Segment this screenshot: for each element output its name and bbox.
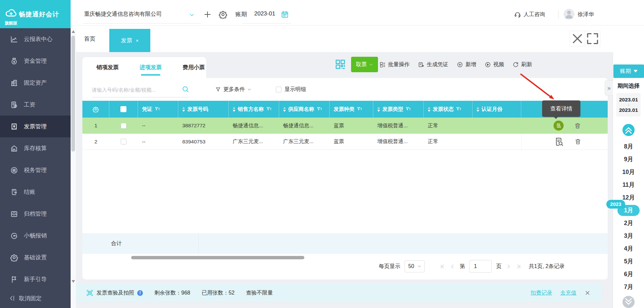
funnel-lines-icon[interactable] xyxy=(155,106,160,112)
tab-close-icon[interactable]: × xyxy=(136,38,139,43)
table-row-2[interactable]: 2--83940753广东三元麦...广东三元麦...蓝票增值税普通...正常 xyxy=(82,134,608,150)
sort-asc-icon[interactable] xyxy=(377,107,380,109)
sidebar-item-1[interactable]: 云报表中心 xyxy=(0,28,71,50)
panel-expand-handle[interactable]: » xyxy=(605,80,613,96)
month-item-8月[interactable]: 8月 xyxy=(613,140,644,153)
sort-desc-icon[interactable] xyxy=(377,110,380,112)
toolbar-action-batch[interactable]: 批量操作 xyxy=(379,61,410,68)
page-last-icon[interactable] xyxy=(516,264,522,269)
funnel-lines-icon[interactable] xyxy=(357,106,362,112)
sort-icon[interactable] xyxy=(428,107,430,112)
delete-button[interactable] xyxy=(572,121,582,131)
sidebar-item-5[interactable]: 发票管理 xyxy=(0,116,71,137)
user-name[interactable]: 徐泽华 xyxy=(578,11,594,18)
select-all-checkbox[interactable] xyxy=(120,106,126,112)
sidebar-item-8[interactable]: 结账 xyxy=(0,181,71,203)
page-number-input[interactable] xyxy=(469,260,492,273)
months-scroll-down-button[interactable] xyxy=(622,296,635,308)
toolbar-action-video[interactable]: 视频 xyxy=(485,61,504,68)
sidebar-unpin-button[interactable]: 取消固定 xyxy=(0,289,71,308)
table-header-cell-8[interactable]: 发票状态 xyxy=(424,101,472,118)
show-detail-checkbox[interactable]: 显示明细 xyxy=(276,86,306,93)
scroll-down-arrow-icon[interactable] xyxy=(72,280,75,283)
sort-asc-icon[interactable] xyxy=(182,107,185,109)
row-checkbox[interactable] xyxy=(121,123,126,129)
month-item-1月[interactable]: 1月2023 xyxy=(613,204,644,217)
funnel-lines-icon[interactable] xyxy=(266,106,272,112)
view-detail-button[interactable] xyxy=(554,121,564,131)
sidebar-item-3[interactable]: 固定资产 xyxy=(0,72,71,94)
table-header-cell-9[interactable]: 认证月份 xyxy=(472,101,521,118)
sort-icon[interactable] xyxy=(477,107,479,112)
horizontal-scrollbar[interactable] xyxy=(82,255,608,260)
page-prev-icon[interactable] xyxy=(450,264,455,269)
scrollbar-thumb[interactable] xyxy=(131,256,304,259)
invoice-tab-2[interactable]: 进项发票 xyxy=(140,57,162,78)
page-first-icon[interactable] xyxy=(440,264,445,269)
sort-asc-icon[interactable] xyxy=(477,107,479,109)
avatar[interactable] xyxy=(564,9,574,19)
toolbar-action-plus-circle[interactable]: 新增 xyxy=(457,61,476,68)
page-size-select[interactable]: 50 xyxy=(405,260,425,272)
sort-asc-icon[interactable] xyxy=(283,107,286,109)
funnel-lines-icon[interactable] xyxy=(456,106,461,112)
month-item-11月[interactable]: 11月 xyxy=(613,178,644,191)
delete-button[interactable] xyxy=(573,137,583,147)
sort-desc-icon[interactable] xyxy=(283,110,286,112)
table-row-1[interactable]: 1--38872772畅捷通信息...畅捷通信息...蓝票增值税普通...正常 xyxy=(82,118,608,134)
close-page-button[interactable] xyxy=(570,31,585,46)
more-filters-button[interactable]: 更多条件 xyxy=(215,86,252,93)
chevron-down-icon[interactable] xyxy=(189,12,195,18)
fee-record-link[interactable]: 扣费记录 xyxy=(531,290,552,297)
sort-icon[interactable] xyxy=(233,107,235,112)
period-button[interactable]: 账期 xyxy=(613,64,644,78)
sort-desc-icon[interactable] xyxy=(182,110,185,112)
search-icon[interactable] xyxy=(182,85,189,93)
month-item-2月[interactable]: 2月 xyxy=(613,217,644,229)
sidebar-item-10[interactable]: 小畅报销 xyxy=(0,225,71,247)
month-item-7月[interactable]: 7月 xyxy=(613,280,644,293)
sort-desc-icon[interactable] xyxy=(428,110,430,112)
month-item-3月[interactable]: 3月 xyxy=(613,229,644,242)
scroll-up-arrow-icon[interactable] xyxy=(72,30,75,33)
scrollbar-thumb[interactable] xyxy=(71,36,75,151)
sidebar-item-12[interactable]: 新手引导 xyxy=(0,268,71,290)
table-header-cell-1[interactable] xyxy=(109,101,138,118)
view-detail-button[interactable] xyxy=(554,137,564,147)
sort-desc-icon[interactable] xyxy=(477,110,479,112)
calendar-icon[interactable] xyxy=(281,10,289,18)
tab-home[interactable]: 首页 xyxy=(84,26,96,52)
sidebar-item-4[interactable]: 工资 xyxy=(0,94,71,116)
table-header-cell-3[interactable]: 发票号码 xyxy=(178,101,229,118)
sort-icon[interactable] xyxy=(182,107,185,112)
gear-icon[interactable] xyxy=(219,10,227,19)
gear-icon[interactable] xyxy=(92,106,99,113)
qr-scan-icon[interactable] xyxy=(334,58,346,70)
page-next-icon[interactable] xyxy=(506,264,512,269)
invoice-tab-3[interactable]: 费用小票 xyxy=(183,57,205,78)
sidebar-item-2[interactable]: 资金管理 xyxy=(0,50,71,72)
months-scroll-up-button[interactable] xyxy=(622,124,635,136)
info-icon[interactable]: ! xyxy=(137,290,143,296)
recharge-link[interactable]: 去充值 xyxy=(560,290,576,297)
table-header-cell-0[interactable] xyxy=(82,101,109,118)
company-selector[interactable]: 重庆畅捷交通信息咨询有限公司 xyxy=(84,10,162,18)
table-header-cell-6[interactable]: 发票种类 xyxy=(330,101,373,118)
sidebar-item-9[interactable]: 归档管理 xyxy=(0,203,71,225)
funnel-lines-icon[interactable] xyxy=(317,106,322,112)
sidebar-item-6[interactable]: 库存核算 xyxy=(0,137,71,159)
toolbar-action-refresh[interactable]: 刷新 xyxy=(513,61,532,68)
period-range[interactable]: 2023.01 2023.01 xyxy=(616,93,641,117)
month-item-9月[interactable]: 9月 xyxy=(613,153,644,166)
funnel-lines-icon[interactable] xyxy=(406,106,411,112)
cell-check[interactable] xyxy=(109,118,138,134)
sort-desc-icon[interactable] xyxy=(233,110,235,112)
sort-icon[interactable] xyxy=(283,107,286,112)
sort-icon[interactable] xyxy=(377,107,380,112)
table-header-cell-5[interactable]: 供应商名称 xyxy=(279,101,330,118)
row-checkbox[interactable] xyxy=(121,139,126,144)
sort-asc-icon[interactable] xyxy=(233,107,235,109)
period-value[interactable]: 2023-01 xyxy=(254,10,275,17)
support-button[interactable]: 人工咨询 xyxy=(514,11,545,18)
sidebar-item-11[interactable]: 基础设置 xyxy=(0,247,71,268)
